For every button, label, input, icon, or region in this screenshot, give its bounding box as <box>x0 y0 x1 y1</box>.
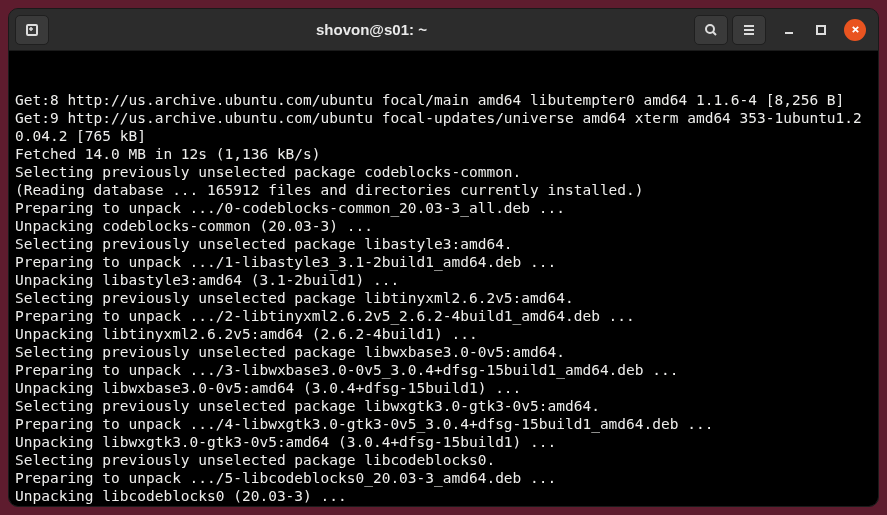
terminal-line: Preparing to unpack .../5-libcodeblocks0… <box>15 469 872 487</box>
titlebar-right-controls <box>694 15 872 45</box>
titlebar-left-controls <box>15 15 49 45</box>
terminal-line: Unpacking codeblocks-common (20.03-3) ..… <box>15 217 872 235</box>
maximize-button[interactable] <box>812 21 830 39</box>
svg-rect-2 <box>817 26 825 34</box>
terminal-line: Unpacking libastyle3:amd64 (3.1-2build1)… <box>15 271 872 289</box>
terminal-line: Unpacking libcodeblocks0 (20.03-3) ... <box>15 487 872 505</box>
new-tab-button[interactable] <box>15 15 49 45</box>
terminal-line: Get:9 http://us.archive.ubuntu.com/ubunt… <box>15 109 872 145</box>
terminal-lines: Get:8 http://us.archive.ubuntu.com/ubunt… <box>15 91 872 505</box>
terminal-line: Get:8 http://us.archive.ubuntu.com/ubunt… <box>15 91 872 109</box>
window-title: shovon@s01: ~ <box>53 21 690 38</box>
svg-rect-0 <box>27 25 37 35</box>
svg-point-1 <box>706 25 714 33</box>
terminal-line: Preparing to unpack .../4-libwxgtk3.0-gt… <box>15 415 872 433</box>
terminal-line: Fetched 14.0 MB in 12s (1,136 kB/s) <box>15 145 872 163</box>
terminal-line: Preparing to unpack .../3-libwxbase3.0-0… <box>15 361 872 379</box>
terminal-line: Preparing to unpack .../0-codeblocks-com… <box>15 199 872 217</box>
close-icon <box>851 25 860 34</box>
terminal-window: shovon@s01: ~ <box>8 8 879 507</box>
terminal-line: Selecting previously unselected package … <box>15 343 872 361</box>
search-button[interactable] <box>694 15 728 45</box>
new-tab-icon <box>24 22 40 38</box>
terminal-line: Unpacking libwxbase3.0-0v5:amd64 (3.0.4+… <box>15 379 872 397</box>
titlebar: shovon@s01: ~ <box>9 9 878 51</box>
window-controls <box>780 19 866 41</box>
terminal-line: Selecting previously unselected package … <box>15 163 872 181</box>
terminal-line: Selecting previously unselected package … <box>15 235 872 253</box>
close-button[interactable] <box>844 19 866 41</box>
terminal-line: (Reading database ... 165912 files and d… <box>15 181 872 199</box>
terminal-line: Selecting previously unselected package … <box>15 451 872 469</box>
minimize-icon <box>784 25 794 35</box>
terminal-output[interactable]: Get:8 http://us.archive.ubuntu.com/ubunt… <box>9 51 878 506</box>
terminal-line: Selecting previously unselected package … <box>15 397 872 415</box>
terminal-line: Selecting previously unselected package … <box>15 289 872 307</box>
maximize-icon <box>816 25 826 35</box>
hamburger-icon <box>741 22 757 38</box>
terminal-line: Unpacking libtinyxml2.6.2v5:amd64 (2.6.2… <box>15 325 872 343</box>
terminal-line: Unpacking libwxgtk3.0-gtk3-0v5:amd64 (3.… <box>15 433 872 451</box>
terminal-line: Preparing to unpack .../2-libtinyxml2.6.… <box>15 307 872 325</box>
search-icon <box>703 22 719 38</box>
terminal-line: Preparing to unpack .../1-libastyle3_3.1… <box>15 253 872 271</box>
menu-button[interactable] <box>732 15 766 45</box>
minimize-button[interactable] <box>780 21 798 39</box>
